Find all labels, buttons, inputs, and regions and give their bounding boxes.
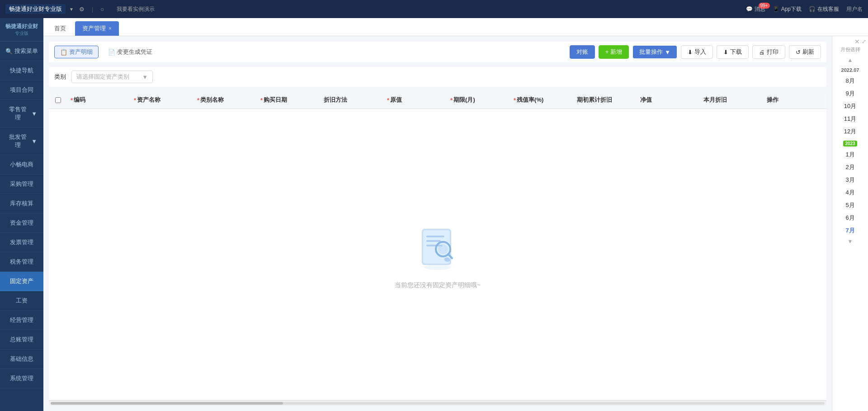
month-item-9[interactable]: 9月 — [832, 87, 868, 100]
top-bar: 畅捷通好业财专业版 ▼ ⚙ | ○ 我要看实例演示 💬 消息 99+ 📱 App… — [0, 0, 868, 18]
reconcile-btn[interactable]: 对账 — [570, 45, 595, 59]
demo-text[interactable]: 我要看实例演示 — [117, 5, 155, 13]
wholesale-arrow-icon: ▼ — [31, 138, 37, 145]
sidebar-item-retail[interactable]: 零售管理 ▼ — [0, 100, 43, 128]
required-star-buy-date: * — [260, 97, 263, 104]
sidebar-item-ledger[interactable]: 总账管理 — [0, 330, 43, 350]
month-item-2023-2[interactable]: 2月 — [832, 161, 868, 174]
message-badge: 99+ — [759, 3, 770, 9]
service-btn[interactable]: 🎧 在线客服 — [809, 5, 839, 13]
sidebar-item-ecommerce[interactable]: 小畅电商 — [0, 155, 43, 175]
batch-arrow-icon: ▼ — [665, 49, 670, 56]
bottom-scrollbar[interactable] — [49, 400, 826, 406]
tab-close-icon[interactable]: × — [108, 25, 112, 32]
sidebar-item-finance[interactable]: 资金管理 — [0, 213, 43, 233]
required-star-category: * — [197, 97, 199, 104]
retail-label: 零售管理 — [6, 105, 29, 122]
refresh-label: 刷新 — [802, 48, 814, 56]
subtab-change-voucher[interactable]: 📄 变更生成凭证 — [102, 46, 158, 58]
content-area: 首页 资产管理 × 📋 资产明细 📄 — [43, 18, 868, 411]
th-acc-depr: 期初累计折旧 — [573, 91, 637, 109]
sidebar-item-basic[interactable]: 基础信息 — [0, 350, 43, 369]
sidebar-item-invoice[interactable]: 发票管理 — [0, 233, 43, 252]
inventory-label: 库存核算 — [10, 199, 33, 208]
month-item-2023-1[interactable]: 1月 — [832, 148, 868, 161]
th-residual-label: 残值率(%) — [517, 96, 543, 104]
print-icon: 🖨 — [759, 49, 765, 56]
month-nav-down[interactable]: ▼ — [845, 237, 856, 246]
asset-table: * 编码 * 资产名称 * 类别名称 * 购买日 — [49, 91, 826, 406]
month-nav-up[interactable]: ▲ — [845, 56, 856, 65]
import-btn[interactable]: ⬇ 导入 — [681, 45, 713, 59]
download-label: 下载 — [730, 48, 742, 56]
th-original: * 原值 — [383, 91, 447, 109]
download-btn[interactable]: ⬇ 下载 — [717, 45, 749, 59]
company-dropdown-icon[interactable]: ▼ — [69, 7, 74, 12]
batch-btn[interactable]: 批量操作 ▼ — [632, 45, 677, 59]
sidebar-item-system[interactable]: 系统管理 — [0, 369, 43, 388]
sidebar-item-purchase[interactable]: 采购管理 — [0, 175, 43, 194]
print-btn[interactable]: 🖨 打印 — [752, 45, 785, 59]
sidebar-item-project[interactable]: 项目合同 — [0, 80, 43, 100]
required-star-original: * — [387, 97, 389, 104]
demo-icon: ○ — [100, 6, 104, 13]
sidebar-item-business[interactable]: 经营管理 — [0, 311, 43, 330]
month-item-2023-7[interactable]: 7月 — [832, 224, 868, 237]
month-item-10[interactable]: 10月 — [832, 100, 868, 113]
th-month-depr: 本月折旧 — [700, 91, 763, 109]
sidebar-item-search[interactable]: 🔍 搜索菜单 — [0, 42, 43, 61]
th-checkbox[interactable] — [49, 93, 67, 108]
subtab-asset-detail[interactable]: 📋 资产明细 — [54, 46, 99, 58]
app-title: 畅捷通好业财 — [4, 23, 40, 30]
sidebar-logo: 畅捷通好业财 专业版 — [0, 18, 43, 42]
page-content: 📋 资产明细 📄 变更生成凭证 对账 + 新增 — [43, 36, 868, 411]
month-item-2023-5[interactable]: 5月 — [832, 199, 868, 212]
th-month-depr-label: 本月折旧 — [703, 96, 727, 104]
print-label: 打印 — [767, 48, 778, 56]
ecommerce-label: 小畅电商 — [10, 161, 33, 169]
close-panel-btn[interactable]: ✕ — [854, 38, 860, 45]
sidebar-item-salary[interactable]: 工资 — [0, 291, 43, 311]
scroll-track[interactable] — [51, 402, 825, 405]
app-download-btn[interactable]: 📱 App下载 — [773, 5, 802, 13]
svg-point-0 — [424, 265, 451, 270]
message-btn[interactable]: 💬 消息 99+ — [746, 5, 765, 13]
basic-label: 基础信息 — [10, 355, 33, 363]
tab-home[interactable]: 首页 — [47, 21, 73, 36]
settings-icon[interactable]: ⚙ — [79, 6, 85, 13]
salary-label: 工资 — [16, 297, 28, 305]
sidebar-item-wholesale[interactable]: 批发管理 ▼ — [0, 128, 43, 155]
finance-label: 资金管理 — [10, 219, 33, 227]
month-item-11[interactable]: 11月 — [832, 113, 868, 125]
th-method-label: 折旧方法 — [324, 96, 347, 104]
category-select[interactable]: 请选择固定资产类别 ▼ — [71, 71, 153, 83]
top-bar-left: 畅捷通好业财专业版 ▼ ⚙ | ○ 我要看实例演示 — [5, 4, 746, 14]
service-icon: 🎧 — [809, 6, 816, 12]
month-item-2023-4[interactable]: 4月 — [832, 186, 868, 199]
month-item-12[interactable]: 12月 — [832, 125, 868, 138]
month-panel-header: 月份选择 — [840, 45, 860, 56]
sidebar-item-fixed-assets[interactable]: 固定资产 — [0, 272, 43, 291]
app-subtitle: 专业版 — [4, 30, 40, 37]
refresh-btn[interactable]: ↺ 刷新 — [789, 45, 821, 59]
month-item-8[interactable]: 8月 — [832, 75, 868, 87]
add-btn[interactable]: + 新增 — [599, 45, 629, 59]
month-item-2023-6[interactable]: 6月 — [832, 212, 868, 224]
select-all-checkbox[interactable] — [55, 97, 61, 103]
category-filter-label: 类别 — [54, 73, 66, 81]
svg-point-7 — [438, 244, 448, 254]
sidebar-item-inventory[interactable]: 库存核算 — [0, 194, 43, 213]
quick-nav-label: 快捷导航 — [10, 66, 33, 75]
business-label: 经营管理 — [10, 316, 33, 324]
th-period-label: 期限(月) — [453, 96, 475, 104]
th-buy-date-label: 购买日期 — [264, 96, 287, 104]
sidebar-item-quick-nav[interactable]: 快捷导航 — [0, 61, 43, 80]
fixed-assets-label: 固定资产 — [10, 277, 33, 285]
sub-tabs-toolbar: 📋 资产明细 📄 变更生成凭证 对账 + 新增 — [49, 42, 826, 62]
month-item-2023-3[interactable]: 3月 — [832, 174, 868, 186]
tab-asset-management[interactable]: 资产管理 × — [75, 21, 119, 36]
refresh-icon: ↺ — [796, 49, 801, 56]
scroll-thumb[interactable] — [51, 402, 283, 405]
resize-panel-btn[interactable]: ⤢ — [862, 38, 866, 45]
sidebar-item-tax[interactable]: 税务管理 — [0, 252, 43, 272]
